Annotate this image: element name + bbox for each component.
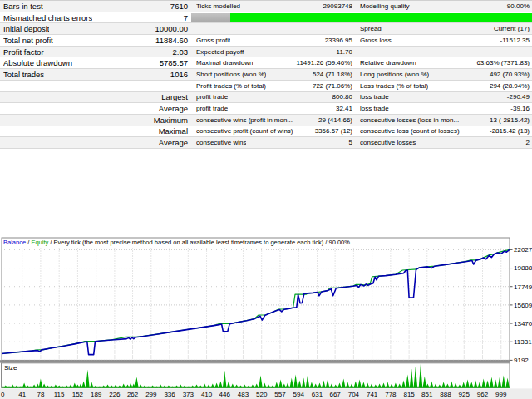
stat-group: Profit factor2.03 (0, 47, 191, 57)
stat-group: Modelling quality90.00% (355, 2, 532, 10)
stat-label: consecutive wins (196, 139, 246, 146)
stat-group: Total trades1016 (0, 70, 191, 79)
stat-group: consecutive wins (profit in mon...29 (41… (191, 116, 355, 124)
stat-value: 3356.57 (12) (315, 127, 352, 135)
stat-group: Initial deposit10000.00 (0, 24, 191, 33)
stat-value: 29 (414.66) (318, 116, 352, 124)
stat-value: Average (159, 104, 188, 113)
stat-group: loss trade-39.16 (355, 105, 532, 112)
x-axis-label: 0 (1, 391, 5, 398)
report-row: Initial deposit10000.00SpreadCurrent (17… (0, 23, 532, 35)
stat-value: 11884.60 (155, 36, 188, 45)
legend-balance: Balance (3, 239, 26, 246)
stat-group: Profit trades (% of total)722 (71.06%) (191, 82, 355, 90)
stat-value: 32.41 (336, 105, 352, 112)
stat-group: Gross profit23396.95 (191, 37, 355, 44)
x-axis-label: 594 (293, 391, 305, 398)
x-axis-label: 778 (385, 391, 397, 398)
stat-value: 7610 (170, 2, 188, 11)
stat-group: Gross loss-11512.35 (355, 37, 532, 44)
stat-value: -290.49 (507, 93, 530, 101)
stat-label: Gross profit (196, 37, 230, 44)
x-axis-label: 483 (238, 391, 249, 398)
chart-legend: Balance / Equity / Every tick (the most … (3, 239, 350, 246)
stat-value: 5785.57 (160, 58, 188, 67)
y-axis-label: 15609 (514, 302, 532, 309)
stat-group: consecutive profit (count of wins)3356.5… (191, 127, 355, 135)
stat-group: profit trade800.80 (191, 93, 355, 101)
stat-label: consecutive wins (profit in mon... (196, 116, 293, 124)
stat-value: 90.00% (507, 2, 530, 10)
stat-value: 294 (28.94%) (490, 82, 530, 90)
x-axis-label: 631 (312, 391, 323, 398)
stat-label: consecutive loss (count of losses) (360, 127, 460, 135)
report-row: Total net profit11884.60Gross profit2339… (0, 35, 532, 47)
report-row: Averageprofit trade32.41loss trade-39.16 (0, 103, 532, 115)
report-table: Bars in test7610Ticks modelled29093748Mo… (0, 0, 532, 149)
x-axis-label: 888 (440, 391, 451, 398)
stat-value: 11491.26 (59.46%) (297, 59, 352, 66)
stat-value: 2 (526, 139, 530, 146)
x-axis-label: 299 (145, 391, 157, 398)
modelling-quality-bar-gray (191, 13, 230, 22)
report-row: Maximumconsecutive wins (profit in mon..… (0, 115, 532, 126)
y-axis-label: 11331 (514, 338, 532, 346)
stat-label: Absolute drawdown (3, 58, 72, 67)
y-axis-label: 19888 (514, 264, 532, 272)
stat-group: Long positions (won %)492 (70.93%) (355, 71, 532, 78)
chart-area: Balance / Equity / Every tick (the most … (0, 237, 532, 399)
stat-group: Maximal drawdown11491.26 (59.46%) (191, 59, 355, 66)
stat-group: consecutive wins5 (191, 139, 355, 146)
stat-group: Absolute drawdown5785.57 (0, 58, 191, 67)
size-histogram-baseline (2, 387, 510, 388)
stat-label: Maximal drawdown (196, 59, 253, 66)
y-axis-label: 9192 (514, 357, 529, 364)
report-row: Absolute drawdown5785.57Maximal drawdown… (0, 57, 532, 69)
stat-group: Total net profit11884.60 (0, 36, 191, 45)
x-axis-label: 815 (403, 391, 415, 398)
stat-label: consecutive profit (count of wins) (196, 127, 293, 135)
report-row: Averageconsecutive wins5consecutive loss… (0, 137, 532, 149)
stat-group: Expected payoff11.70 (191, 48, 355, 56)
stat-group: Ticks modelled29093748 (191, 2, 355, 10)
stat-value: 11.70 (337, 48, 352, 56)
report-row: Profit factor2.03Expected payoff11.70 (0, 47, 532, 58)
stat-group: Average (0, 138, 191, 147)
stat-label: Mismatched charts errors (3, 13, 92, 22)
size-panel-frame (2, 363, 510, 388)
stat-value: -2815.42 (13) (490, 127, 530, 135)
stat-value: 23396.95 (325, 37, 352, 44)
stat-label: consecutive losses (loss in mon... (360, 116, 459, 124)
legend-description: Every tick (the most precise method base… (54, 239, 350, 246)
stat-value: 722 (71.06%) (313, 82, 352, 90)
stat-group: Largest (0, 92, 191, 101)
stat-label: Long positions (won %) (360, 71, 429, 78)
stat-group: Maximum (0, 116, 191, 125)
stat-group: consecutive losses2 (355, 139, 532, 146)
stat-label: consecutive losses (360, 139, 416, 146)
modelling-quality-bar (191, 13, 532, 22)
stat-label: Total trades (3, 70, 44, 79)
stat-value: 13 (-2815.42) (490, 116, 530, 124)
x-axis-label: 41 (18, 391, 26, 398)
y-axis-label: 13470 (514, 320, 532, 328)
x-axis-label: 741 (367, 391, 378, 398)
stat-label: Profit trades (% of total) (196, 82, 266, 90)
stat-value: 10000.00 (155, 24, 188, 33)
stat-label: loss trade (360, 93, 389, 101)
stat-group: Maximal (0, 126, 191, 135)
x-axis-label: 999 (495, 391, 507, 398)
stat-value: 5 (349, 139, 352, 146)
stat-label: profit trade (196, 105, 228, 112)
x-axis-label: 115 (54, 391, 65, 398)
x-axis-label: 78 (37, 391, 44, 398)
x-axis-label: 520 (256, 391, 268, 398)
stat-label: Expected payoff (196, 48, 244, 56)
stat-group: SpreadCurrent (17) (355, 25, 532, 32)
stat-value: 2.03 (173, 47, 189, 57)
stat-label: profit trade (196, 93, 228, 101)
panel-separator (0, 360, 510, 362)
x-axis-label: 226 (109, 391, 121, 398)
size-panel-label: Size (4, 364, 17, 372)
x-axis-label: 925 (459, 391, 470, 398)
